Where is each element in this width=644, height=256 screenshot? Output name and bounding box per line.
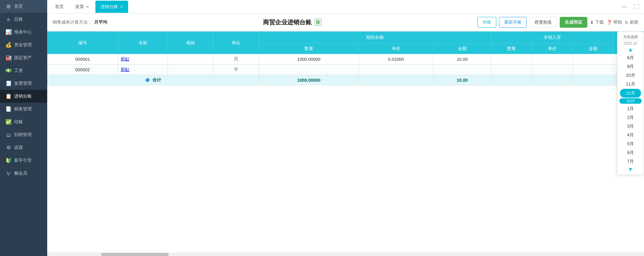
maximize-button[interactable]: ⛶ [632, 3, 641, 10]
table-row[interactable]: 000001 前缸 只 1000.00000 0.01000 10.00 [48, 54, 644, 65]
generate-voucher-button[interactable]: 生成凭证 [560, 17, 587, 28]
content-area: 销售成本计算方法： 月平均 商贸企业进销台账 目 对账 重新开账 存货别名 生成… [47, 14, 644, 256]
row2-opening-amount [433, 65, 491, 75]
sidebar-item-label: 资金管理 [14, 42, 32, 48]
refresh-button[interactable]: ↻ 刷新 [625, 19, 639, 25]
table-wrapper: 编号 名称 规格 单位 期初余额 本期入库 数 数量 单价 金额 数 [47, 31, 644, 253]
month-12-active[interactable]: 12月 [620, 89, 641, 98]
row2-opening-qty [259, 65, 359, 75]
reopen-button[interactable]: 重新开账 [499, 17, 527, 28]
download-icon: ⬇ [590, 20, 594, 25]
month-6[interactable]: 6月 [617, 148, 644, 157]
inventory-table: 编号 名称 规格 单位 期初余额 本期入库 数 数量 单价 金额 数 [47, 31, 644, 85]
col-inbound-qty: 数量 [491, 44, 532, 54]
bottom-scrollbar[interactable] [47, 253, 644, 256]
row1-inbound-amount [573, 54, 614, 65]
sidebar-item-tax[interactable]: 📑 税务管理 [0, 103, 47, 116]
inventory-icon: 📋 [5, 93, 11, 99]
save-alias-button[interactable]: 存货别名 [529, 17, 557, 28]
sidebar-item-label: 结账 [14, 119, 23, 125]
sidebar-item-label: 归档管理 [14, 132, 32, 138]
sidebar-item-reports[interactable]: 📊 报表中心 [0, 26, 47, 39]
sidebar-item-home[interactable]: ⊞ 首页 [0, 0, 47, 13]
help-button[interactable]: ❓ 帮助 [607, 19, 622, 25]
month-1[interactable]: 1月 [617, 104, 644, 113]
total-inbound-amount [573, 75, 614, 85]
reports-icon: 📊 [5, 29, 11, 35]
tab-inventory-label: 进销台账 [100, 4, 118, 10]
sidebar-item-inventory[interactable]: 📋 进销台账 [0, 90, 47, 103]
tax-icon: 📑 [5, 106, 11, 112]
month-picker-panel: 月份选择 2022.12 ▲ 8月 9月 10月 11月 12月 2023 1月… [617, 31, 644, 175]
sidebar-item-settings[interactable]: ⚙ 设置 [0, 141, 47, 154]
sidebar-item-vip[interactable]: V 畅会员 [0, 167, 47, 180]
sidebar-item-general-ledger[interactable]: ≡ 总账 [0, 13, 47, 26]
tab-inventory-close[interactable]: ✕ [120, 5, 123, 9]
sidebar-item-label: 总账 [14, 16, 23, 22]
row1-opening-price: 0.01000 [359, 54, 433, 65]
tab-invoice-close[interactable]: ✕ [86, 5, 89, 9]
assets-icon: 🏭 [5, 55, 11, 61]
month-10[interactable]: 10月 [617, 71, 644, 80]
sidebar-item-funds[interactable]: 💰 资金管理 [0, 39, 47, 51]
row2-inbound-amount [573, 65, 614, 75]
row2-code: 000002 [48, 65, 118, 75]
year-2022-label: 2022.12 [617, 41, 644, 46]
month-9[interactable]: 9月 [617, 62, 644, 71]
tab-inventory[interactable]: 进销台账 ✕ [95, 1, 128, 13]
sidebar-item-fixed-assets[interactable]: 🏭 固定资产 [0, 51, 47, 64]
sidebar-item-settlement[interactable]: ✅ 结账 [0, 116, 47, 128]
total-inbound-qty [491, 75, 532, 85]
minimize-button[interactable]: — [620, 3, 629, 10]
total-opening-amount: 10.00 [433, 75, 491, 85]
toolbar-row: 销售成本计算方法： 月平均 商贸企业进销台账 目 对账 重新开账 存货别名 生成… [47, 14, 644, 31]
total-opening-price [359, 75, 433, 85]
tab-invoice[interactable]: 发票 ✕ [70, 1, 94, 13]
archive-icon: 🗂 [5, 132, 11, 138]
sidebar-item-label: 首页 [14, 3, 23, 9]
sidebar-item-label: 报表中心 [14, 29, 32, 35]
row1-opening-qty: 1000.00000 [259, 54, 359, 65]
col-name: 名称 [118, 32, 168, 54]
month-7[interactable]: 7月 [617, 157, 644, 166]
month-4[interactable]: 4月 [617, 131, 644, 139]
sidebar-item-payroll[interactable]: 💵 工资 [0, 64, 47, 77]
row1-name: 前缸 [118, 54, 168, 65]
table-row[interactable]: 000002 前缸 个 [48, 65, 644, 75]
month-2[interactable]: 2月 [617, 113, 644, 122]
row2-spec [168, 65, 213, 75]
col-code: 编号 [48, 32, 118, 54]
row2-name: 前缸 [118, 65, 168, 75]
settlement-icon: ✅ [5, 119, 11, 125]
month-up-btn[interactable]: ▲ [617, 46, 644, 53]
toolbar-buttons: 对账 重新开账 存货别名 生成凭证 ⬇ 下载 ❓ 帮助 ↻ 刷新 [477, 17, 639, 28]
sidebar-item-label: 进销台账 [14, 93, 32, 99]
tab-bar-actions: — ⛶ [620, 3, 641, 10]
col-spec: 规格 [168, 32, 213, 54]
month-11[interactable]: 11月 [617, 80, 644, 88]
month-down-btn[interactable]: ▼ [617, 166, 644, 173]
sidebar-item-invoice-mgmt[interactable]: 🧾 发票管理 [0, 77, 47, 90]
month-3[interactable]: 3月 [617, 122, 644, 131]
download-button[interactable]: ⬇ 下载 [590, 19, 604, 25]
reconcile-button[interactable]: 对账 [477, 17, 496, 28]
row2-inbound-qty [491, 65, 532, 75]
sidebar-item-label: 新手引导 [14, 157, 32, 163]
sidebar-item-guide[interactable]: 🔰 新手引导 [0, 154, 47, 167]
title-info-icon[interactable]: 目 [314, 19, 322, 26]
row1-code: 000001 [48, 54, 118, 65]
tab-home[interactable]: 首页 [50, 1, 69, 13]
sidebar-item-label: 固定资产 [14, 55, 32, 61]
total-opening-qty: 1000.00000 [259, 75, 359, 85]
row1-opening-amount: 10.00 [433, 54, 491, 65]
month-picker-title: 月份选择 [617, 33, 644, 41]
sidebar-item-archive[interactable]: 🗂 归档管理 [0, 128, 47, 141]
invoice-icon: 🧾 [5, 80, 11, 86]
month-8[interactable]: 8月 [617, 53, 644, 62]
col-inbound-price: 单价 [532, 44, 573, 54]
col-unit: 单位 [213, 32, 259, 54]
month-5[interactable]: 5月 [617, 139, 644, 148]
guide-icon: 🔰 [5, 157, 11, 163]
row2-unit: 个 [213, 65, 259, 75]
col-opening-balance: 期初余额 [259, 32, 491, 44]
